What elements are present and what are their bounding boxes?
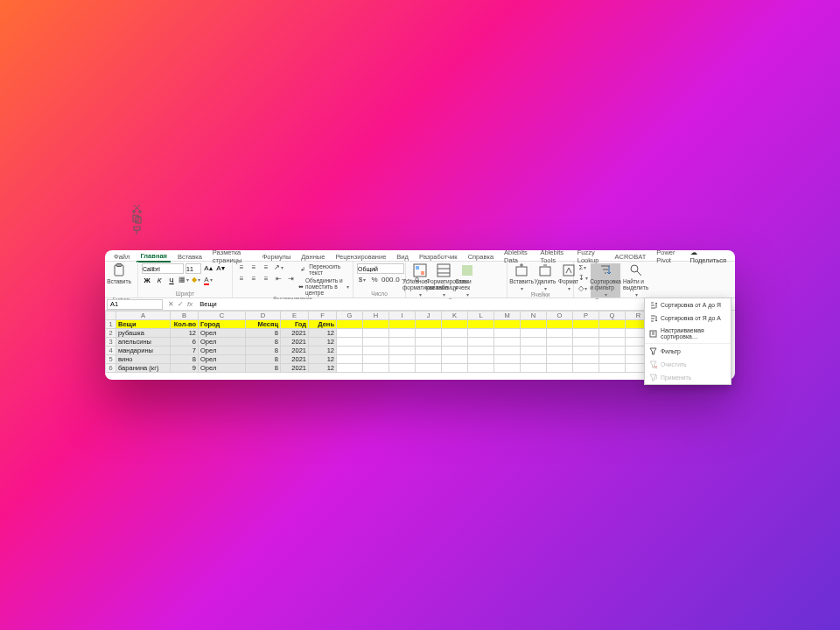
cell[interactable]: Орел — [199, 355, 246, 364]
cell[interactable] — [389, 320, 416, 329]
col-header-D[interactable]: D — [246, 312, 281, 320]
cell[interactable] — [599, 346, 626, 355]
tab-insert[interactable]: Вставка — [174, 252, 206, 262]
cell[interactable] — [363, 364, 389, 373]
cell[interactable] — [442, 329, 468, 338]
cell[interactable]: мандарины — [116, 346, 171, 355]
cell[interactable] — [363, 338, 389, 346]
cell[interactable]: 2021 — [281, 346, 309, 355]
col-header-G[interactable]: G — [337, 312, 363, 320]
border-button[interactable]: ▦ — [178, 276, 189, 285]
cell[interactable] — [494, 346, 521, 355]
row-header[interactable]: 3 — [106, 338, 116, 346]
cell[interactable]: 8 — [246, 338, 281, 346]
cell[interactable] — [337, 346, 363, 355]
cancel-formula-icon[interactable]: ✕ — [168, 300, 174, 308]
cell[interactable] — [573, 346, 599, 355]
cell[interactable]: баранина (кг) — [116, 364, 171, 373]
align-middle-icon[interactable]: ≡ — [248, 263, 259, 273]
tab-help[interactable]: Справка — [465, 252, 497, 262]
cell[interactable]: 8 — [171, 355, 199, 364]
col-header-K[interactable]: K — [442, 312, 468, 320]
cell[interactable]: 12 — [309, 355, 337, 364]
percent-icon[interactable]: % — [369, 276, 380, 285]
cell[interactable]: 12 — [309, 346, 337, 355]
format-as-table-button[interactable]: Форматировать как таблицу — [433, 263, 454, 298]
header-cell[interactable]: Город — [199, 320, 246, 329]
cell[interactable] — [337, 364, 363, 373]
tab-file[interactable]: Файл — [110, 252, 133, 262]
cell[interactable] — [389, 329, 416, 338]
cell[interactable]: Орел — [199, 338, 246, 346]
cell[interactable]: 12 — [171, 329, 199, 338]
align-left-icon[interactable]: ≡ — [236, 275, 247, 284]
font-name-select[interactable] — [142, 263, 184, 274]
align-center-icon[interactable]: ≡ — [248, 275, 259, 284]
cell[interactable] — [416, 364, 442, 373]
fx-icon[interactable]: fx — [187, 300, 192, 308]
share-button[interactable]: ☁ Поделиться — [687, 248, 730, 265]
cell[interactable] — [573, 355, 599, 364]
italic-button[interactable]: К — [154, 276, 164, 285]
cell[interactable] — [521, 364, 547, 373]
tab-developer[interactable]: Разработчик — [416, 252, 461, 262]
cell[interactable] — [599, 338, 626, 346]
cell[interactable] — [389, 338, 416, 346]
autosum-button[interactable]: Σ — [578, 263, 588, 273]
cell[interactable] — [521, 320, 547, 329]
cell[interactable]: 2021 — [281, 355, 309, 364]
tab-data[interactable]: Данные — [298, 252, 328, 262]
cell[interactable] — [416, 329, 442, 338]
col-header-O[interactable]: O — [547, 312, 573, 320]
font-size-select[interactable] — [186, 263, 201, 274]
cell[interactable]: 2021 — [281, 338, 309, 346]
increase-font-button[interactable]: A▴ — [203, 264, 214, 274]
menu-sort-asc[interactable]: Сортировка от А до Я — [645, 298, 731, 312]
col-header-L[interactable]: L — [468, 312, 494, 320]
cell[interactable]: 2021 — [281, 329, 309, 338]
cell[interactable]: Орел — [199, 346, 246, 355]
cell[interactable] — [521, 329, 547, 338]
cell[interactable] — [363, 320, 389, 329]
cell[interactable]: 12 — [309, 338, 337, 346]
cell[interactable]: 2021 — [281, 364, 309, 373]
cell[interactable] — [416, 355, 442, 364]
cell[interactable]: Орел — [199, 364, 246, 373]
tab-formulas[interactable]: Формулы — [259, 252, 295, 262]
cell[interactable]: апельсины — [116, 338, 171, 346]
cell[interactable] — [468, 355, 494, 364]
cell[interactable] — [416, 346, 442, 355]
merge-center-button[interactable]: ⬌Объединить и поместить в центре — [298, 277, 349, 296]
cell[interactable] — [573, 338, 599, 346]
cell[interactable] — [494, 338, 521, 346]
orientation-icon[interactable]: ↗ — [273, 263, 284, 273]
col-header-A[interactable]: A — [116, 312, 171, 320]
cell[interactable] — [416, 338, 442, 346]
row-header[interactable]: 6 — [106, 364, 116, 373]
header-cell[interactable]: День — [309, 320, 337, 329]
align-top-icon[interactable]: ≡ — [236, 263, 247, 273]
header-cell[interactable]: Кол-во — [171, 320, 199, 329]
cell[interactable] — [468, 329, 494, 338]
cell[interactable] — [363, 355, 389, 364]
cell[interactable]: 8 — [246, 329, 281, 338]
cell[interactable] — [547, 320, 573, 329]
cell-styles-button[interactable]: Стили ячеек — [457, 263, 478, 298]
cell[interactable] — [599, 329, 626, 338]
col-header-P[interactable]: P — [573, 312, 599, 320]
cell[interactable] — [363, 346, 389, 355]
comma-icon[interactable]: 000 — [382, 276, 392, 285]
select-all-corner[interactable] — [106, 312, 116, 320]
cell[interactable]: 8 — [246, 355, 281, 364]
cell[interactable] — [494, 355, 521, 364]
col-header-H[interactable]: H — [363, 312, 389, 320]
align-bottom-icon[interactable]: ≡ — [261, 263, 271, 273]
cell[interactable] — [363, 329, 389, 338]
cell[interactable] — [521, 346, 547, 355]
menu-custom-sort[interactable]: Настраиваемая сортировка… — [645, 325, 731, 342]
col-header-I[interactable]: I — [389, 312, 416, 320]
cell[interactable] — [494, 320, 521, 329]
cell[interactable] — [442, 355, 468, 364]
cell[interactable] — [521, 355, 547, 364]
cell[interactable]: Орел — [199, 329, 246, 338]
